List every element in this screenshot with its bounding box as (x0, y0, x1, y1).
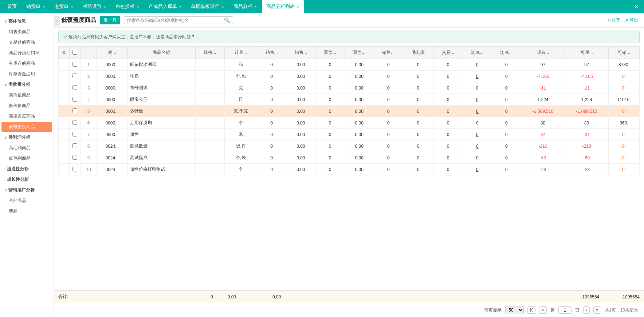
row-checkbox[interactable] (72, 62, 77, 67)
nav-permissions-close[interactable]: × (104, 4, 106, 9)
nav-roles-close[interactable]: × (137, 4, 139, 9)
sidebar-item-stock-capital[interactable]: 库存资金占用 (0, 69, 54, 79)
sidebar-item-low-value[interactable]: 低价值商品 (0, 100, 54, 111)
cell-browse1[interactable]: 0 (463, 152, 492, 164)
sidebar-item-high-profit[interactable]: 高毛利商品 (0, 143, 54, 153)
sidebar-collapse-button[interactable]: « (54, 16, 60, 26)
nav-analysis-list-close[interactable]: × (297, 4, 299, 9)
export-icon: ↗ (625, 18, 628, 23)
col-spec[interactable]: 规格... (195, 47, 224, 59)
cell-cov2: 0.00 (345, 82, 374, 94)
sidebar-item-sales-goods[interactable]: 销售类商品 (0, 27, 54, 37)
col-gross-margin[interactable]: 毛利率 (403, 47, 433, 59)
cell-browse1[interactable]: 0 (463, 71, 492, 82)
col-available[interactable]: 可用... (565, 47, 609, 59)
cell-cov1: 0 (315, 94, 345, 106)
nav-home-label: 首页 (7, 3, 17, 10)
nav-roles[interactable]: 角色授权 × (111, 0, 143, 13)
col-coverage2[interactable]: 覆盖... (345, 47, 374, 59)
marketing-arrow-icon: ∨ (4, 188, 7, 192)
sidebar-section-overall[interactable]: ∨ 整体信息 (0, 16, 54, 27)
cell-cov2: 0.00 (345, 164, 374, 175)
col-unit[interactable]: 计量... (224, 47, 257, 59)
row-checkbox[interactable] (72, 108, 77, 113)
period-button[interactable]: 近一月 (100, 16, 120, 24)
nav-templates-close[interactable]: × (221, 4, 224, 9)
nav-analysis-list[interactable]: 商品分析列表 × (262, 0, 303, 13)
nav-home[interactable]: 首页 (3, 0, 21, 13)
col-current-stock[interactable]: 现有... (521, 47, 565, 59)
cell-browse1[interactable]: 0 (463, 140, 492, 152)
nav-sales[interactable]: 销货单 × (22, 0, 49, 13)
cell-browse1[interactable]: 0 (463, 164, 492, 175)
sidebar-section-marketing[interactable]: ∨ 营销推广分析 (0, 185, 54, 195)
cell-browse1[interactable]: 0 (463, 117, 492, 129)
row-checkbox[interactable] (72, 120, 77, 125)
table-body: 1 0000... 旺辅批次测试 箱 0 0.00 0 0.00 0 0 0 0… (59, 59, 640, 175)
page-number-input[interactable] (558, 306, 572, 314)
col-coverage1[interactable]: 覆盖... (315, 47, 345, 59)
cell-code: 0000... (97, 94, 127, 106)
cell-trade-count: 0 (433, 164, 463, 175)
cell-browse1[interactable]: 0 (463, 129, 492, 140)
col-browse1[interactable]: 浏览... (463, 47, 492, 59)
select-all-checkbox[interactable] (72, 50, 77, 55)
row-checkbox[interactable] (72, 85, 77, 90)
sidebar-section-overall-title: 整体信息 (8, 18, 26, 24)
nav-purchase[interactable]: 进货单 × (50, 0, 77, 13)
window-close-button[interactable]: × (632, 2, 641, 11)
row-checkbox[interactable] (72, 167, 77, 171)
sidebar-section-profit[interactable]: ∨ 类利润分析 (0, 132, 54, 143)
row-checkbox[interactable] (72, 155, 77, 160)
col-settings[interactable]: ⚙ (59, 47, 70, 59)
sidebar-item-category-turnover[interactable]: 商品分类动销率 (0, 48, 54, 58)
next-page-button[interactable]: › (583, 306, 590, 314)
sidebar-item-new-goods[interactable]: 新品 (0, 206, 54, 217)
per-page-select[interactable]: 50 100 200 (505, 306, 524, 314)
row-checkbox[interactable] (72, 74, 77, 78)
nav-products[interactable]: 产成品入库单 × (144, 0, 186, 13)
export-button[interactable]: ↗ 导出 (625, 17, 638, 23)
cell-settings (59, 129, 70, 140)
nav-templates[interactable]: 单据模板设置 × (186, 0, 228, 13)
col-name[interactable]: 商品名称 (127, 47, 195, 59)
col-browse2[interactable]: 浏览... (492, 47, 521, 59)
table-footer: 每页显示 50 100 200 K < 第 页 › » 共1页，10条记录 (54, 303, 644, 317)
cell-code: 0000... (97, 59, 127, 71)
nav-sales-close[interactable]: × (43, 4, 45, 9)
sidebar-section-flow[interactable]: › 流通性分析 (0, 164, 54, 174)
col-saleable[interactable]: 可销... (609, 47, 640, 59)
nav-products-close[interactable]: × (179, 4, 181, 9)
sidebar-section-growth[interactable]: › 成长性分析 (0, 174, 54, 185)
col-code[interactable]: 商... (97, 47, 127, 59)
sidebar-section-volume[interactable]: ∨ 类数量分析 (0, 79, 54, 90)
nav-permissions[interactable]: 权限设置 × (78, 0, 110, 13)
col-sales-amt[interactable]: 销售... (286, 47, 315, 59)
share-button[interactable]: ⎙ 分享 (608, 17, 620, 23)
cell-browse1[interactable]: 0 (463, 59, 492, 71)
nav-analysis[interactable]: 商品分析 × (229, 0, 261, 13)
col-trade-count[interactable]: 交易... (433, 47, 463, 59)
prev-page-button[interactable]: < (539, 306, 547, 314)
cell-browse1[interactable]: 0 (463, 94, 492, 106)
sidebar-item-low-profit[interactable]: 低毛利商品 (0, 153, 54, 164)
sidebar-item-with-stock[interactable]: 有库存的商品 (0, 58, 54, 69)
row-checkbox[interactable] (72, 132, 77, 136)
nav-purchase-close[interactable]: × (71, 4, 73, 9)
row-checkbox[interactable] (72, 143, 77, 148)
nav-analysis-close[interactable]: × (255, 4, 257, 9)
sidebar-item-traded-goods[interactable]: 交易过的商品 (0, 37, 54, 48)
sidebar-item-low-coverage[interactable]: 低覆盖度商品 (1, 122, 52, 132)
search-input[interactable] (127, 18, 223, 23)
cell-browse1[interactable]: 0 (463, 82, 492, 94)
row-checkbox[interactable] (72, 97, 77, 102)
col-sales-qty[interactable]: 销售... (257, 47, 286, 59)
cell-browse1[interactable]: 0 (463, 106, 492, 117)
last-page-button[interactable]: » (593, 306, 601, 314)
col-sales-count[interactable]: 销售... (374, 47, 403, 59)
sidebar-item-high-coverage[interactable]: 高覆盖度商品 (0, 111, 54, 122)
sidebar-item-high-value[interactable]: 高价值商品 (0, 90, 54, 100)
sidebar-item-all-goods[interactable]: 全部商品 (0, 195, 54, 206)
first-page-button[interactable]: K (527, 306, 535, 314)
volume-items: 高价值商品 低价值商品 高覆盖度商品 低覆盖度商品 (0, 90, 54, 132)
